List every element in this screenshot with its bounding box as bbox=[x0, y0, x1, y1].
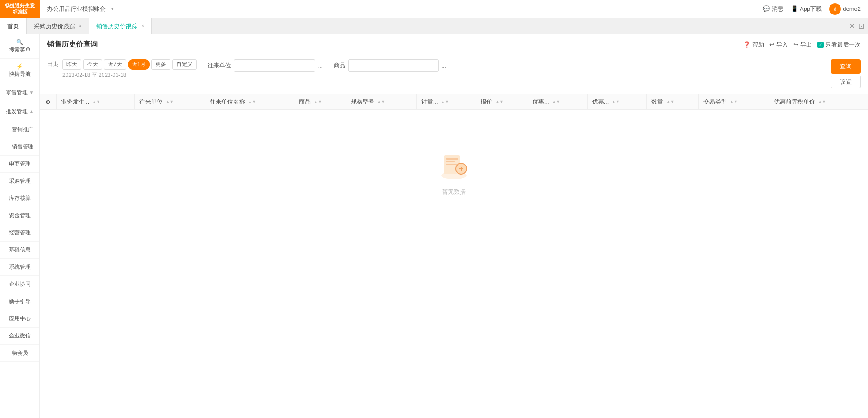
tab-purchase-history-label: 采购历史价跟踪 bbox=[34, 22, 75, 30]
col-qty-label: 数量 bbox=[651, 98, 663, 105]
top-bar-right: 💬 消息 📱 App下载 d demo2 bbox=[763, 3, 861, 15]
date-btn-yesterday[interactable]: 昨天 bbox=[62, 59, 81, 70]
user-menu[interactable]: d demo2 bbox=[829, 3, 861, 15]
col-partner-name: 往来单位名称 ▲▼ bbox=[205, 94, 294, 110]
logo: 畅捷通好生意 标准版 bbox=[0, 0, 40, 18]
sidebar-quick-nav-label: 快捷导航 bbox=[9, 71, 31, 78]
sidebar-item-finance[interactable]: 资金管理 bbox=[0, 207, 39, 224]
date-btn-1month[interactable]: 近1月 bbox=[128, 59, 150, 70]
col-discount1-sort[interactable]: ▲▼ bbox=[552, 100, 560, 104]
partner-dots: ... bbox=[318, 62, 323, 69]
col-partner-code-sort[interactable]: ▲▼ bbox=[165, 100, 174, 104]
col-discount2-sort[interactable]: ▲▼ bbox=[612, 100, 620, 104]
sidebar-item-system[interactable]: 系统管理 bbox=[0, 259, 39, 276]
col-settings[interactable]: ⚙ bbox=[40, 94, 56, 110]
sidebar-item-basic-info[interactable]: 基础信息 bbox=[0, 242, 39, 259]
col-goods-sort[interactable]: ▲▼ bbox=[314, 100, 322, 104]
sidebar-item-marketing[interactable]: 营销推广 bbox=[0, 121, 39, 138]
tab-bar-actions: ✕ ⊡ bbox=[849, 22, 868, 30]
app-title-dropdown-icon[interactable]: ▾ bbox=[111, 6, 114, 12]
date-options: 昨天 今天 近7天 近1月 更多 自定义 2023-02-18 至 2023-0… bbox=[62, 59, 197, 79]
date-btn-more[interactable]: 更多 bbox=[151, 59, 170, 70]
col-unit-sort[interactable]: ▲▼ bbox=[441, 100, 449, 104]
svg-rect-4 bbox=[446, 164, 457, 165]
sidebar-enterprise-label: 企业协同 bbox=[9, 280, 31, 288]
sidebar-item-purchase[interactable]: 采购管理 bbox=[0, 173, 39, 190]
sidebar-newbie-label: 新手引导 bbox=[9, 298, 31, 305]
sidebar-item-enterprise[interactable]: 企业协同 bbox=[0, 276, 39, 293]
app-download-btn[interactable]: 📱 App下载 bbox=[791, 5, 822, 13]
retail-arrow-icon: ▼ bbox=[29, 90, 34, 95]
partner-input[interactable] bbox=[234, 59, 315, 72]
restore-window-icon[interactable]: ⊡ bbox=[859, 22, 864, 30]
col-unit-label: 计量... bbox=[421, 98, 438, 105]
settings-button[interactable]: 设置 bbox=[831, 76, 861, 88]
date-btn-today[interactable]: 今天 bbox=[83, 59, 102, 70]
logo-sub: 标准版 bbox=[13, 9, 28, 15]
content-area: 销售历史价查询 ❓ 帮助 ↩ 导入 ↪ 导出 ✓ bbox=[40, 34, 868, 418]
sidebar-item-newbie[interactable]: 新手引导 bbox=[0, 293, 39, 310]
query-button[interactable]: 查询 bbox=[831, 59, 861, 74]
wholesale-arrow-icon: ▲ bbox=[29, 109, 34, 114]
sidebar-operations-label: 经营管理 bbox=[9, 229, 31, 237]
col-price-sort[interactable]: ▲▼ bbox=[495, 100, 504, 104]
date-btn-custom[interactable]: 自定义 bbox=[172, 59, 197, 70]
col-partner-name-sort[interactable]: ▲▼ bbox=[248, 100, 256, 104]
only-last-checkbox[interactable]: ✓ 只看最后一次 bbox=[817, 41, 861, 49]
close-window-icon[interactable]: ✕ bbox=[849, 22, 855, 30]
message-btn[interactable]: 💬 消息 bbox=[763, 5, 783, 13]
export-btn[interactable]: ↪ 导出 bbox=[793, 41, 812, 49]
tab-sales-history-close[interactable]: × bbox=[141, 24, 144, 28]
sidebar-item-vip[interactable]: 畅会员 bbox=[0, 345, 39, 362]
checkbox-icon: ✓ bbox=[817, 42, 824, 48]
sidebar-basic-info-label: 基础信息 bbox=[9, 246, 31, 254]
tab-bar: 首页 采购历史价跟踪 × 销售历史价跟踪 × ✕ ⊡ bbox=[0, 18, 868, 34]
settings-gear-icon[interactable]: ⚙ bbox=[45, 99, 51, 105]
goods-label: 商品 bbox=[334, 62, 345, 70]
tab-purchase-history[interactable]: 采购历史价跟踪 × bbox=[27, 18, 89, 34]
goods-input[interactable] bbox=[348, 59, 439, 72]
col-pretax-price-label: 优惠前无税单价 bbox=[774, 98, 815, 105]
sidebar-inventory-label: 库存核算 bbox=[9, 195, 31, 202]
import-btn[interactable]: ↩ 导入 bbox=[769, 41, 788, 49]
col-spec-sort[interactable]: ▲▼ bbox=[377, 100, 385, 104]
page-actions: ❓ 帮助 ↩ 导入 ↪ 导出 ✓ 只看最后一次 bbox=[743, 41, 861, 49]
date-btn-7days[interactable]: 近7天 bbox=[104, 59, 126, 70]
help-btn[interactable]: ❓ 帮助 bbox=[743, 41, 764, 49]
only-last-label: 只看最后一次 bbox=[826, 41, 861, 49]
svg-rect-3 bbox=[446, 161, 455, 162]
tab-sales-history[interactable]: 销售历史价跟踪 × bbox=[89, 18, 151, 34]
sidebar-item-retail[interactable]: 零售管理 ▼ bbox=[0, 83, 39, 102]
col-pretax-price: 优惠前无税单价 ▲▼ bbox=[769, 94, 868, 110]
col-trade-type-sort[interactable]: ▲▼ bbox=[730, 100, 738, 104]
sidebar-item-corp-wechat[interactable]: 企业微信 bbox=[0, 328, 39, 345]
col-price-label: 报价 bbox=[481, 98, 492, 105]
sidebar-item-sales-mgmt[interactable]: 销售管理 bbox=[0, 138, 39, 156]
col-price: 报价 ▲▼ bbox=[476, 94, 528, 110]
sidebar-item-quick-nav[interactable]: ⚡ 快捷导航 bbox=[0, 59, 39, 83]
sidebar-item-app-center[interactable]: 应用中心 bbox=[0, 310, 39, 328]
sidebar-item-ecommerce[interactable]: 电商管理 bbox=[0, 156, 39, 173]
col-discount2: 优惠... ▲▼ bbox=[587, 94, 647, 110]
col-partner-code: 往来单位 ▲▼ bbox=[134, 94, 205, 110]
tab-home[interactable]: 首页 bbox=[0, 18, 27, 34]
col-biz-date-sort[interactable]: ▲▼ bbox=[92, 100, 100, 104]
message-label: 消息 bbox=[772, 5, 783, 13]
sidebar-wholesale-label: 批发管理 bbox=[6, 108, 28, 115]
import-label: 导入 bbox=[776, 41, 788, 49]
date-filter-label: 日期 bbox=[47, 59, 59, 68]
col-qty-sort[interactable]: ▲▼ bbox=[666, 100, 675, 104]
sidebar-sales-mgmt-label: 销售管理 bbox=[12, 143, 33, 151]
sidebar-item-search[interactable]: 🔍 搜索菜单 bbox=[0, 34, 39, 59]
download-icon: 📱 bbox=[791, 5, 798, 12]
sidebar-item-wholesale[interactable]: 批发管理 ▲ bbox=[0, 102, 39, 121]
col-pretax-price-sort[interactable]: ▲▼ bbox=[818, 100, 826, 104]
sidebar-corp-wechat-label: 企业微信 bbox=[9, 332, 31, 340]
sidebar-item-inventory[interactable]: 库存核算 bbox=[0, 190, 39, 207]
tab-purchase-history-close[interactable]: × bbox=[79, 24, 81, 28]
col-discount1-label: 优惠... bbox=[533, 98, 549, 105]
table-container: ⚙ 业务发生... ▲▼ 往来单位 ▲▼ 往来单位名称 ▲▼ bbox=[40, 94, 868, 418]
sidebar-item-operations[interactable]: 经营管理 bbox=[0, 224, 39, 242]
data-table: ⚙ 业务发生... ▲▼ 往来单位 ▲▼ 往来单位名称 ▲▼ bbox=[40, 94, 868, 110]
help-icon: ❓ bbox=[743, 41, 750, 48]
